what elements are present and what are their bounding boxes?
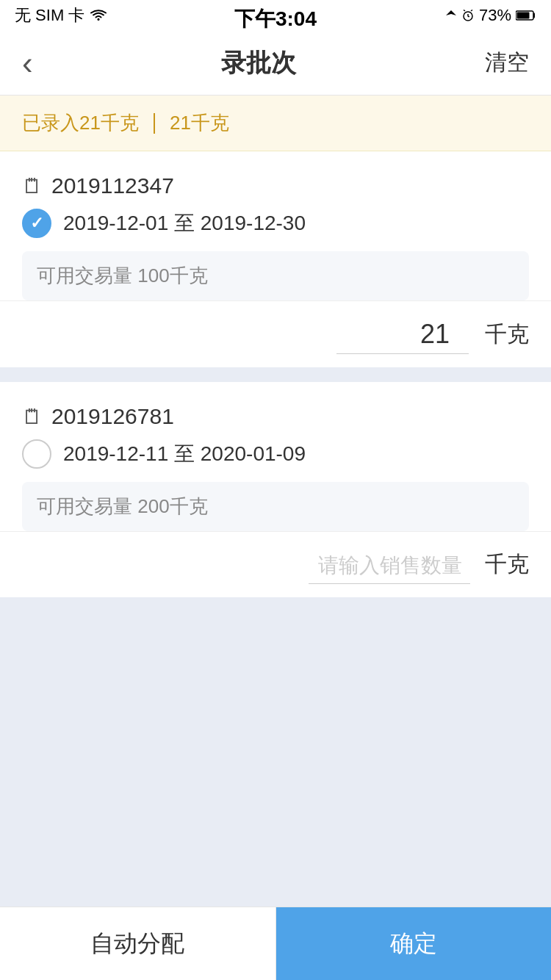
batch2-unit: 千克	[485, 550, 529, 580]
svg-line-6	[471, 10, 472, 12]
page-title: 录批次	[221, 46, 296, 80]
batch1-quantity: 21	[420, 319, 450, 350]
status-right: 73%	[445, 6, 536, 25]
alarm-icon	[461, 9, 475, 22]
batch1-radio[interactable]	[22, 209, 51, 238]
batch2-date: 2019-12-11 至 2020-01-09	[63, 440, 306, 468]
batch-card-1: 🗒 2019112347 2019-12-01 至 2019-12-30 可用交…	[0, 151, 551, 300]
batch2-radio[interactable]	[22, 439, 51, 469]
batch1-quantity-row: 21 千克	[0, 300, 551, 367]
svg-point-0	[98, 18, 100, 21]
status-time: 下午3:04	[234, 5, 317, 33]
bottom-bar: 自动分配 确定	[0, 907, 551, 980]
back-button[interactable]: ‹	[22, 45, 33, 82]
batch1-unit: 千克	[485, 320, 529, 350]
svg-line-5	[464, 10, 465, 12]
auto-distribute-button[interactable]: 自动分配	[0, 907, 276, 980]
batch2-id-icon: 🗒	[22, 405, 43, 429]
recorded-amount-value: 21千克	[170, 110, 229, 136]
status-bar: 无 SIM 卡 下午3:04 73%	[0, 0, 551, 31]
batch2-date-row[interactable]: 2019-12-11 至 2020-01-09	[22, 439, 529, 469]
info-divider	[154, 113, 155, 134]
section-separator	[0, 367, 551, 382]
batch2-available: 可用交易量 200千克	[22, 482, 529, 531]
batch1-date-row[interactable]: 2019-12-01 至 2019-12-30	[22, 209, 529, 238]
battery-icon	[516, 10, 536, 21]
batch1-id-icon: 🗒	[22, 174, 43, 198]
recorded-amount-label: 已录入21千克	[22, 110, 139, 136]
info-banner: 已录入21千克 21千克	[0, 96, 551, 151]
batch2-input-underline	[309, 583, 470, 584]
empty-space	[0, 597, 551, 935]
svg-marker-1	[446, 10, 456, 15]
clear-button[interactable]: 清空	[485, 48, 529, 78]
batch2-quantity-row[interactable]: 千克	[0, 531, 551, 597]
batch2-header: 🗒 2019126781	[22, 404, 529, 429]
batch-card-2: 🗒 2019126781 2019-12-11 至 2020-01-09 可用交…	[0, 382, 551, 531]
sim-label: 无 SIM 卡	[15, 4, 84, 26]
batch1-underline	[336, 353, 469, 354]
battery-percent: 73%	[479, 6, 511, 25]
location-icon	[445, 10, 457, 21]
batch1-id: 2019112347	[51, 173, 174, 198]
batch1-available: 可用交易量 100千克	[22, 251, 529, 300]
batch1-header: 🗒 2019112347	[22, 173, 529, 198]
wifi-icon	[90, 10, 107, 21]
batch2-id: 2019126781	[51, 404, 174, 429]
svg-rect-8	[517, 12, 530, 19]
confirm-button[interactable]: 确定	[276, 907, 552, 980]
batch1-date: 2019-12-01 至 2019-12-30	[63, 209, 306, 237]
nav-bar: ‹ 录批次 清空	[0, 31, 551, 96]
status-left: 无 SIM 卡	[15, 4, 107, 26]
batch2-quantity-input[interactable]	[253, 551, 473, 578]
